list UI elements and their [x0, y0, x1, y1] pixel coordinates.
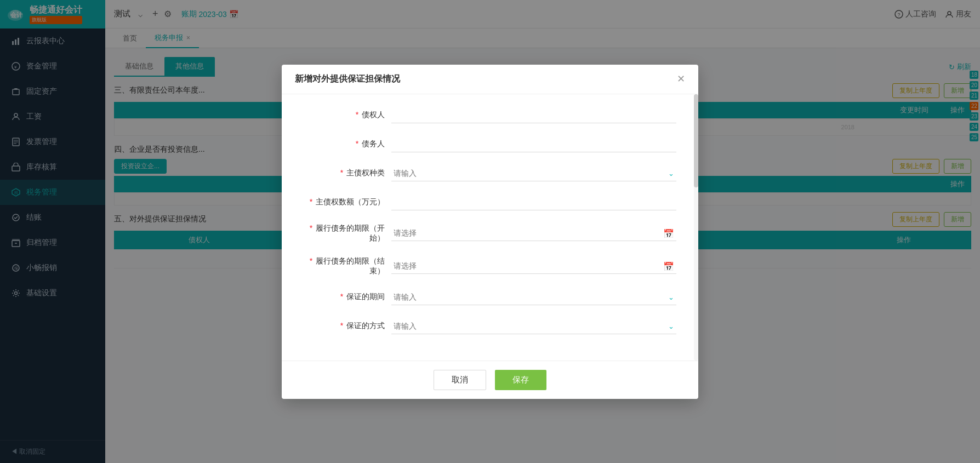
modal-body: * 债权人 * 债务人 * 主债权种类	[282, 94, 698, 361]
input-wrap-guarantee-period: ⌄	[391, 289, 676, 305]
claim-type-input[interactable]	[391, 165, 676, 181]
cancel-button[interactable]: 取消	[434, 370, 486, 390]
form-row-creditor: * 债权人	[304, 107, 676, 123]
form-row-guarantee-method: * 保证的方式 ⌄	[304, 318, 676, 334]
form-row-claim-amount: * 主债权数额（万元）	[304, 195, 676, 210]
input-wrap-guarantee-method: ⌄	[391, 318, 676, 334]
creditor-input[interactable]	[391, 107, 676, 123]
label-debtor: * 债务人	[304, 139, 391, 149]
label-guarantee-period: * 保证的期间	[304, 292, 391, 302]
obligation-end-input[interactable]	[391, 258, 676, 274]
save-button[interactable]: 保存	[495, 370, 546, 390]
form-row-claim-type: * 主债权种类 ⌄	[304, 165, 676, 181]
label-claim-type: * 主债权种类	[304, 168, 391, 178]
modal-footer: 取消 保存	[282, 361, 698, 399]
input-wrap-debtor	[391, 136, 676, 152]
modal-overlay: 新增对外提供保证担保情况 ✕ * 债权人 * 债务人	[0, 0, 980, 463]
label-obligation-start: * 履行债务的期限（开始）	[304, 224, 391, 243]
obligation-start-input[interactable]	[391, 225, 676, 241]
label-claim-amount: * 主债权数额（万元）	[304, 197, 391, 207]
modal-header: 新增对外提供保证担保情况 ✕	[282, 65, 698, 94]
label-guarantee-method: * 保证的方式	[304, 321, 391, 331]
guarantee-period-input[interactable]	[391, 289, 676, 305]
label-creditor: * 债权人	[304, 110, 391, 120]
debtor-input[interactable]	[391, 136, 676, 152]
modal-dialog: 新增对外提供保证担保情况 ✕ * 债权人 * 债务人	[282, 65, 698, 399]
input-wrap-obligation-end: 📅	[391, 258, 676, 274]
modal-close-btn[interactable]: ✕	[677, 74, 685, 84]
form-row-obligation-end: * 履行债务的期限（结束） 📅	[304, 256, 676, 276]
input-wrap-creditor	[391, 107, 676, 123]
form-row-debtor: * 债务人	[304, 136, 676, 152]
modal-scrollbar-track	[694, 94, 698, 361]
guarantee-method-input[interactable]	[391, 318, 676, 334]
label-obligation-end: * 履行债务的期限（结束）	[304, 256, 391, 276]
modal-scrollbar-thumb[interactable]	[694, 94, 698, 187]
claim-amount-input[interactable]	[391, 195, 676, 210]
input-wrap-claim-type: ⌄	[391, 165, 676, 181]
input-wrap-obligation-start: 📅	[391, 225, 676, 241]
form-row-obligation-start: * 履行债务的期限（开始） 📅	[304, 224, 676, 243]
input-wrap-claim-amount	[391, 195, 676, 210]
modal-title: 新增对外提供保证担保情况	[295, 73, 400, 85]
form-row-guarantee-period: * 保证的期间 ⌄	[304, 289, 676, 305]
